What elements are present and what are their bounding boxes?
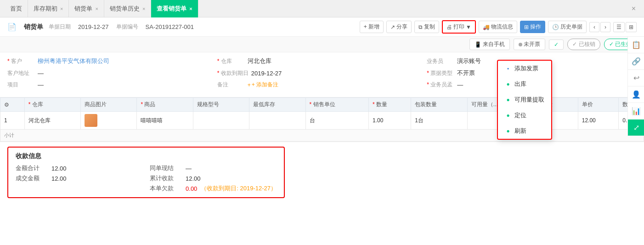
print-dropdown-arrow: ▼ xyxy=(466,24,471,30)
payment-accumulated-value: 12.00 xyxy=(186,175,201,182)
close-tab-4[interactable]: × xyxy=(189,6,192,11)
check-button[interactable]: ✓ xyxy=(549,40,564,50)
warehouse-value: 河北仓库 xyxy=(248,57,271,65)
phone-icon: 📱 xyxy=(475,41,481,48)
bottom-info: 收款信息 金额合计 12.00 同单现结 — 成交金额 12.00 xyxy=(0,142,644,203)
prev-arrow[interactable]: ‹ xyxy=(589,22,599,32)
view-buttons: ☰ ⊞ xyxy=(613,22,637,32)
row-warehouse: 河北仓库 xyxy=(24,112,80,130)
window-close-button[interactable]: × xyxy=(628,5,639,13)
list-view-button[interactable]: ☰ xyxy=(613,22,625,32)
doc-meta: 单据日期 2019-12-27 单据编号 SA-20191227-001 xyxy=(49,23,194,31)
share-button[interactable]: ↗ 分享 xyxy=(386,21,412,33)
doc-header: 📄 销货单 单据日期 2019-12-27 单据编号 SA-20191227-0… xyxy=(0,17,644,37)
available-icon: ● xyxy=(504,96,512,103)
check-icon: ✓ xyxy=(554,41,559,48)
grid-view-button[interactable]: ⊞ xyxy=(626,22,637,32)
address-label: 客户地址 xyxy=(7,69,35,77)
print-icon: 🖨 xyxy=(446,24,452,30)
gear-icon[interactable]: ⚙ xyxy=(4,102,9,108)
date-value: 2019-12-27 xyxy=(78,23,109,30)
warehouse-field: 仓库 河北仓库 xyxy=(217,57,427,65)
address-value: — xyxy=(38,70,44,77)
sidebar-link-icon[interactable]: 🔗 xyxy=(628,53,644,70)
col-qty: 数量 xyxy=(369,98,411,112)
tab-sales-history[interactable]: 销货单历史 × xyxy=(104,0,151,17)
due-date-value: 2019-12-27 xyxy=(251,70,282,77)
sidebar-return-icon[interactable]: ↩ xyxy=(628,70,644,86)
payment-transaction-value: 12.00 xyxy=(51,175,67,182)
sidebar-clipboard-icon[interactable]: 📋 xyxy=(628,37,644,53)
close-tab-1[interactable]: × xyxy=(60,6,63,11)
tab-inventory-init[interactable]: 库存期初 × xyxy=(28,0,69,17)
truck-icon: 🚚 xyxy=(483,24,490,30)
not-open-button[interactable]: 未开票 xyxy=(514,39,545,50)
payment-due-value: 0.00 xyxy=(186,185,197,192)
sidebar-expand-icon[interactable]: ⤢ xyxy=(628,120,644,136)
dropdown-refresh[interactable]: ● 刷新 xyxy=(498,123,551,139)
locate-icon: ● xyxy=(504,112,512,119)
tab-view-sales-order[interactable]: 查看销货单 × xyxy=(151,0,198,17)
payment-due-label: 本单欠款 xyxy=(150,184,182,193)
payment-amount-label: 金额合计 xyxy=(16,164,48,172)
row-pack-qty: 1台 xyxy=(411,112,467,130)
warehouse-label: 仓库 xyxy=(217,57,245,65)
col-price: 单价 xyxy=(578,98,619,112)
add-note-button[interactable]: + + 添加备注 xyxy=(248,81,278,89)
sidebar-chart-icon[interactable]: 📊 xyxy=(628,103,644,120)
col-unit: 销售单位 xyxy=(305,98,368,112)
from-phone-button[interactable]: 📱 来自手机 xyxy=(469,39,510,50)
col-spec: 规格型号 xyxy=(193,98,249,112)
payment-due-row: 本单欠款 0.00 （收款到期日: 2019-12-27） xyxy=(150,184,277,193)
history-icon: 🕒 xyxy=(552,24,559,30)
status-circle-grey xyxy=(519,43,522,46)
tab-sales-order[interactable]: 销货单 × xyxy=(69,0,104,17)
payment-same-order-value: — xyxy=(186,165,192,172)
row-product: 嘻嘻嘻嘻 xyxy=(137,112,193,130)
payment-same-order-row: 同单现结 — xyxy=(150,164,277,172)
ticket-label: 票据类型 xyxy=(427,69,454,77)
customer-label: 客户 xyxy=(7,57,35,65)
row-qty: 1.00 xyxy=(369,112,411,130)
tab-home[interactable]: 首页 xyxy=(5,0,28,17)
col-min-stock: 最低库存 xyxy=(249,98,305,112)
dropdown-available-extract[interactable]: ● 可用量提取 xyxy=(498,92,551,108)
copy-button[interactable]: ⧉ 复制 xyxy=(414,21,439,33)
col-pack-qty: 包装数量 xyxy=(411,98,467,112)
dropdown-out-warehouse[interactable]: ● 出库 xyxy=(498,76,551,92)
staff-label: 业务员 xyxy=(427,57,454,65)
dropdown-locate[interactable]: ● 定位 xyxy=(498,108,551,123)
payment-accumulated-label: 累计收款 xyxy=(150,174,182,182)
row-no: 1 xyxy=(0,112,25,130)
tab-bar: 首页 库存期初 × 销货单 × 销货单历史 × 查看销货单 × × xyxy=(0,0,644,17)
status-cancelled-badge: ✓ 已核销 xyxy=(567,39,600,50)
ops-button[interactable]: ⊞ 操作 xyxy=(520,21,545,33)
doc-title-area: 📄 销货单 单据日期 2019-12-27 单据编号 SA-20191227-0… xyxy=(7,23,194,31)
payment-amount-row: 金额合计 12.00 xyxy=(16,164,142,172)
payment-grid: 金额合计 12.00 同单现结 — 成交金额 12.00 累计收款 12.00 xyxy=(16,164,277,193)
customer-value[interactable]: 柳州粤港平安气体有限公司 xyxy=(38,57,109,65)
history-button[interactable]: 🕒 历史单据 xyxy=(548,21,587,33)
sidebar-user-icon[interactable]: 👤 xyxy=(628,86,644,103)
nav-arrows: ‹ › xyxy=(589,22,610,32)
dropdown-add-invoice[interactable]: ▪ 添加发票 xyxy=(498,61,551,76)
right-sidebar: 📋 🔗 ↩ 👤 📊 ⤢ xyxy=(627,37,644,136)
project-label: 项目 xyxy=(7,81,35,89)
project-value: — xyxy=(38,81,44,88)
no-value: SA-20191227-001 xyxy=(146,23,194,30)
payment-transaction-row: 成交金额 12.00 xyxy=(16,174,142,182)
note-label: 备注 xyxy=(217,81,245,89)
copy-icon: ⧉ xyxy=(418,24,423,30)
staff-value: 演示账号 xyxy=(457,57,481,65)
logistics-button[interactable]: 🚚 物流信息 xyxy=(479,21,517,33)
next-arrow[interactable]: › xyxy=(600,22,610,32)
print-button[interactable]: 🖨 打印 ▼ xyxy=(442,20,476,34)
invoice-icon: ▪ xyxy=(504,65,512,72)
customer-field: 客户 柳州粤港平安气体有限公司 xyxy=(7,57,217,65)
project-field: 项目 — xyxy=(7,81,217,89)
new-button[interactable]: + 新增 xyxy=(360,21,384,33)
row-unit: 台 xyxy=(305,112,368,130)
grid-icon: ⊞ xyxy=(524,24,529,30)
close-tab-3[interactable]: × xyxy=(142,6,145,11)
close-tab-2[interactable]: × xyxy=(95,6,98,11)
